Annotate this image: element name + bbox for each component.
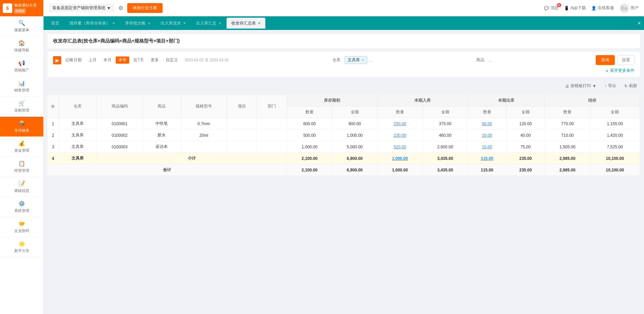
purchase-icon: 🛒 (18, 100, 25, 106)
table-header-in-amt: 金额 (423, 106, 468, 118)
filter-bar: ▶ 记账日期 上月 本月 本年 近7天 更多 自定义 2023-01-01 至 … (48, 52, 640, 77)
tab-in-out-summary-label: 出入库汇总 (196, 20, 216, 26)
settings-button[interactable]: 设置 (617, 55, 634, 65)
settings-icon[interactable]: ⚙ (118, 5, 123, 11)
guide-icon: 🌟 (18, 241, 25, 247)
table-header-project: 项目 (227, 95, 257, 118)
operation-icon: 📋 (18, 160, 25, 167)
table-header-out: 本期出库 (468, 95, 545, 106)
table-settings-icon: ⚙ (51, 104, 55, 109)
sidebar-item-quick-nav[interactable]: 🏠 快捷导航 (0, 36, 43, 56)
tab-inventory-dist-label: 现存量（库存分布表） (69, 20, 110, 26)
date-btn-this-year[interactable]: 本年 (116, 56, 129, 64)
search-icon: 🔍 (18, 20, 25, 26)
filter-toggle[interactable]: ▶ (53, 56, 61, 64)
table-header-bal-qty: 数量 (545, 106, 590, 118)
tab-in-out-summary[interactable]: 出入库汇总 ✕ (191, 18, 226, 29)
refresh-button[interactable]: ↻ 刷新 (622, 82, 640, 90)
home-icon: 🏠 (18, 40, 25, 46)
message-badge: 6 (557, 3, 561, 7)
tab-inventory-dist-close[interactable]: ✕ (112, 21, 115, 25)
chevron-down-icon: ∨ (606, 68, 609, 73)
warehouse-tag: 文具库 ✕ (345, 56, 367, 64)
system-name: 装备及固定资产辅助管理系统 (52, 5, 105, 11)
print-label: 按模板打印 (571, 83, 591, 89)
refresh-label: 刷新 (629, 83, 637, 89)
sidebar-item-inventory[interactable]: 📦 库存核算 (0, 117, 43, 137)
system-selector[interactable]: 装备及固定资产辅助管理系统 ▼ (49, 4, 114, 12)
sidebar-item-purchase[interactable]: 🛒 采购管理 (0, 97, 43, 117)
sidebar: 6 畅捷通好生意 标准版 🔍 搜索菜单 🏠 快捷导航 📢 营销推广 📊 销售管理… (0, 0, 44, 314)
online-service-action[interactable]: 👤 在线客服 (591, 5, 614, 11)
tab-in-out-flow[interactable]: 出入库流水 ✕ (156, 18, 191, 29)
user-avatar: Ea (620, 3, 629, 13)
table-header-dept: 部门 (257, 95, 287, 118)
table-header-in-qty: 数量 (377, 106, 423, 118)
table-header-balance: 结存 (545, 95, 640, 106)
footer-bal-amt: 10,100.00 (590, 164, 640, 176)
sidebar-title: 畅捷通好生意 (14, 3, 37, 7)
date-btn-this-month[interactable]: 本月 (101, 56, 114, 64)
sidebar-item-guide[interactable]: 🌟 新手引导 (0, 237, 43, 257)
warehouse-tag-remove[interactable]: ✕ (361, 58, 364, 62)
chevron-down-icon: ▼ (592, 84, 596, 88)
sidebar-item-operation[interactable]: 📋 经营管理 (0, 157, 43, 177)
query-button[interactable]: 查询 (596, 55, 615, 65)
sidebar-logo: 6 (3, 3, 12, 13)
online-service-label: 在线客服 (598, 5, 614, 11)
system-icon: ⚙️ (18, 200, 25, 207)
data-table-container: ⚙ 仓库 商品编码 商品 规格型号 项目 部门 库存期初 本期入库 本期出库 结… (48, 95, 640, 176)
print-icon: 🖨 (565, 84, 569, 88)
tab-in-out-flow-close[interactable]: ✕ (183, 21, 186, 25)
warehouse-filter-label: 仓库 (332, 57, 341, 63)
export-button[interactable]: ↑ 导出 (602, 82, 619, 90)
tab-batch-account[interactable]: 库存批次账 ✕ (120, 18, 155, 29)
product-filter-more[interactable]: ... (489, 58, 492, 63)
tab-inventory-dist[interactable]: 现存量（库存分布表） ✕ (65, 18, 120, 29)
footer-bal-qty: 2,985.00 (545, 164, 590, 176)
content-area: 收发存汇总表(按仓库+商品编码+商品+规格型号+项目+部门) ▶ 记账日期 上月… (44, 30, 644, 314)
sidebar-item-label-marketing: 营销推广 (14, 68, 29, 73)
table-settings-header[interactable]: ⚙ (48, 95, 59, 118)
tab-recv-send-summary-close[interactable]: ✕ (258, 21, 261, 25)
warehouse-filter-more[interactable]: ... (369, 58, 373, 63)
date-btn-custom[interactable]: 自定义 (163, 56, 181, 64)
sidebar-item-system[interactable]: ⚙️ 系统管理 (0, 197, 43, 217)
page-header: 收发存汇总表(按仓库+商品编码+商品+规格型号+项目+部门) (48, 34, 640, 48)
table-row: 3 文具库 0100003 采访本 1,000.00 5,000.00 520.… (48, 141, 640, 153)
trial-button[interactable]: 体验行业方案 (127, 3, 163, 13)
date-btn-last-month[interactable]: 上月 (86, 56, 99, 64)
product-filter-label: 商品 (476, 57, 484, 63)
sidebar-item-label-system: 系统管理 (14, 208, 29, 213)
tab-close-all[interactable]: ✕ (637, 20, 641, 26)
table-header-warehouse: 仓库 (59, 95, 97, 118)
tab-home-label: 首页 (51, 20, 59, 26)
sidebar-item-label-operation: 经营管理 (14, 168, 29, 173)
sidebar-item-search[interactable]: 🔍 搜索菜单 (0, 16, 43, 36)
tab-batch-account-close[interactable]: ✕ (148, 21, 150, 25)
message-icon: 💬 (544, 6, 549, 11)
user-action[interactable]: Ea 用户 (620, 3, 639, 13)
export-label: 导出 (608, 83, 616, 89)
date-btn-7days[interactable]: 近7天 (131, 56, 147, 64)
sidebar-item-label-basic: 基础信息 (14, 188, 29, 193)
expand-conditions-btn[interactable]: ∨ 展开更多条件 (606, 68, 634, 73)
date-btn-more[interactable]: 更多 (148, 56, 162, 64)
sidebar-item-capital[interactable]: 💰 资金管理 (0, 137, 43, 157)
sidebar-item-sales[interactable]: 📊 销售管理 (0, 77, 43, 97)
tab-recv-send-summary[interactable]: 收发存汇总表 ✕ (227, 18, 265, 29)
table-header-out-qty: 数量 (468, 106, 506, 118)
table-toolbar: 🖨 按模板打印 ▼ ↑ 导出 ↻ 刷新 (48, 80, 640, 92)
app-download-action[interactable]: 📱 App下载 (564, 5, 586, 11)
message-action[interactable]: 💬 消息 6 (544, 5, 559, 11)
sidebar-item-enterprise[interactable]: 🤝 企业协同 (0, 217, 43, 237)
sidebar-item-marketing[interactable]: 📢 营销推广 (0, 56, 43, 77)
enterprise-icon: 🤝 (18, 220, 25, 227)
tab-in-out-summary-close[interactable]: ✕ (218, 21, 221, 25)
sidebar-item-basic[interactable]: 📝 基础信息 (0, 177, 43, 197)
product-filter-area: ... (489, 58, 492, 63)
tab-home[interactable]: 首页 (46, 18, 64, 29)
print-button[interactable]: 🖨 按模板打印 ▼ (562, 82, 599, 90)
footer-in-qty: 1,000.00 (377, 164, 423, 176)
footer-init-amt: 6,900.00 (332, 164, 377, 176)
